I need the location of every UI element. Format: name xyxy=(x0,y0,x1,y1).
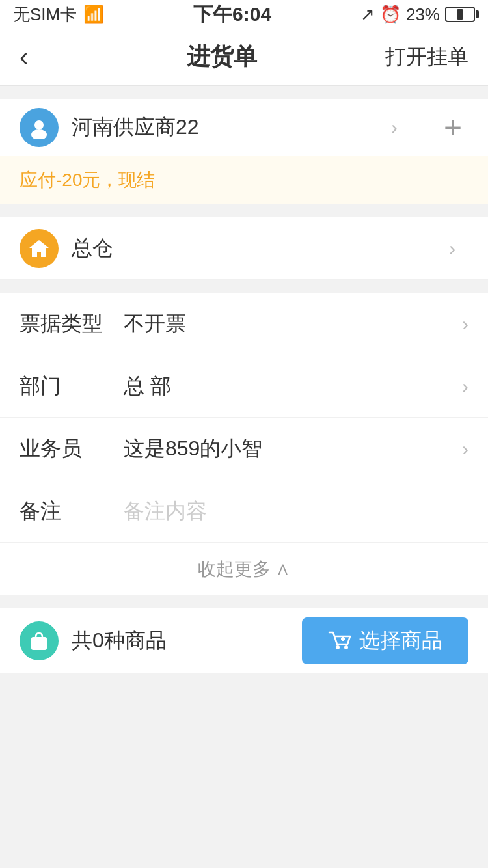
select-btn-label: 选择商品 xyxy=(359,627,442,655)
svg-rect-3 xyxy=(31,637,47,650)
warehouse-icon-bg xyxy=(20,229,59,268)
battery-icon xyxy=(445,7,475,22)
warehouse-section: 总仓 › xyxy=(0,217,488,280)
department-chevron-icon: › xyxy=(462,375,468,398)
salesperson-label: 业务员 xyxy=(20,435,124,463)
svg-point-5 xyxy=(344,645,348,649)
warehouse-name: 总仓 xyxy=(72,234,449,263)
nav-bar: ‹ 进货单 打开挂单 xyxy=(0,29,488,86)
invoice-type-value: 不开票 xyxy=(124,310,462,338)
alarm-icon: ⏰ xyxy=(380,5,401,25)
svg-point-0 xyxy=(34,120,44,129)
product-count-label: 共0种商品 xyxy=(72,627,302,655)
remark-row[interactable]: 备注 备注内容 xyxy=(0,480,488,543)
invoice-type-row[interactable]: 票据类型 不开票 › xyxy=(0,293,488,355)
notice-banner: 应付-20元，现结 xyxy=(0,156,488,204)
battery-text: 23% xyxy=(406,5,440,25)
salesperson-value: 这是859的小智 xyxy=(124,435,462,463)
salesperson-chevron-icon: › xyxy=(462,438,468,460)
section-gap-2 xyxy=(0,204,488,217)
warehouse-row[interactable]: 总仓 › xyxy=(0,217,488,280)
house-icon xyxy=(28,237,50,260)
status-left: 无SIM卡 📶 xyxy=(13,3,104,26)
section-gap-1 xyxy=(0,86,488,99)
svg-point-1 xyxy=(31,129,47,139)
carrier-text: 无SIM卡 xyxy=(13,3,77,26)
status-time: 下午6:04 xyxy=(193,1,271,28)
select-product-button[interactable]: 选择商品 xyxy=(302,617,468,664)
status-right: ↗ ⏰ 23% xyxy=(360,5,475,25)
cart-icon xyxy=(328,631,351,651)
department-row[interactable]: 部门 总 部 › xyxy=(0,355,488,418)
svg-point-4 xyxy=(336,645,340,649)
status-bar: 无SIM卡 📶 下午6:04 ↗ ⏰ 23% xyxy=(0,0,488,29)
supplier-section: 河南供应商22 › + 应付-20元，现结 xyxy=(0,99,488,204)
form-section: 票据类型 不开票 › 部门 总 部 › 业务员 这是859的小智 › 备注 备注… xyxy=(0,293,488,595)
collapse-label: 收起更多 ∧ xyxy=(198,557,291,582)
supplier-row[interactable]: 河南供应商22 › + xyxy=(0,99,488,156)
user-icon xyxy=(28,116,50,139)
collapse-row[interactable]: 收起更多 ∧ xyxy=(0,543,488,595)
add-button[interactable]: + xyxy=(437,109,468,145)
remark-label: 备注 xyxy=(20,497,124,526)
back-button[interactable]: ‹ xyxy=(20,42,59,72)
department-value: 总 部 xyxy=(124,372,462,401)
supplier-avatar xyxy=(20,108,59,147)
wifi-icon: 📶 xyxy=(83,5,104,25)
bottom-bar: 共0种商品 选择商品 xyxy=(0,608,488,673)
invoice-type-chevron-icon: › xyxy=(462,313,468,335)
section-gap-3 xyxy=(0,280,488,293)
remark-placeholder: 备注内容 xyxy=(124,497,468,526)
page-title: 进货单 xyxy=(187,41,257,73)
product-icon-bg xyxy=(20,621,59,660)
shopping-bag-icon xyxy=(27,629,51,653)
invoice-type-label: 票据类型 xyxy=(20,310,124,338)
location-icon: ↗ xyxy=(360,5,375,25)
warehouse-chevron-icon: › xyxy=(449,237,455,260)
open-pending-button[interactable]: 打开挂单 xyxy=(385,43,468,72)
supplier-chevron-icon: › xyxy=(391,116,398,139)
svg-marker-2 xyxy=(29,240,49,257)
salesperson-row[interactable]: 业务员 这是859的小智 › xyxy=(0,418,488,480)
supplier-name: 河南供应商22 xyxy=(72,113,391,142)
department-label: 部门 xyxy=(20,372,124,401)
divider xyxy=(424,115,424,141)
